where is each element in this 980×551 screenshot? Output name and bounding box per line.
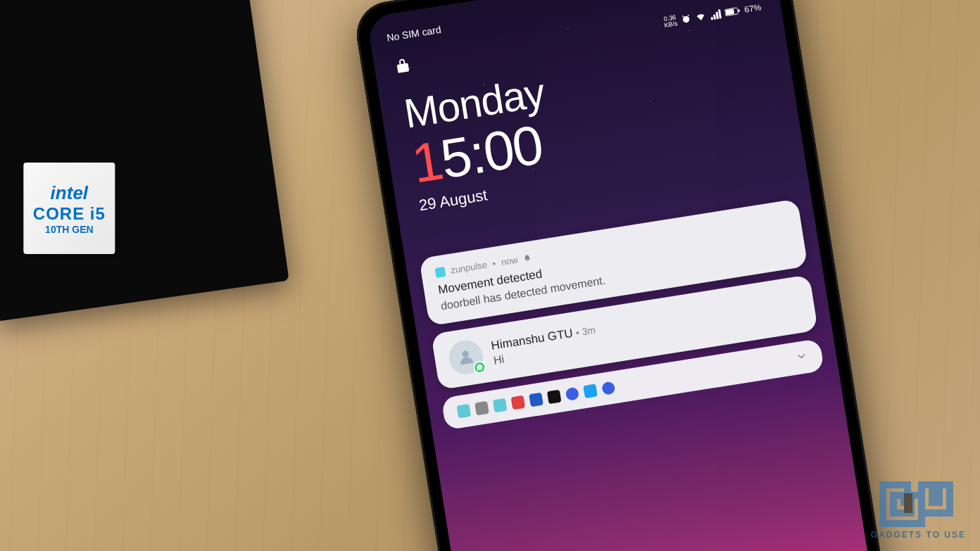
svg-rect-3 <box>739 9 740 12</box>
lock-icon <box>393 56 413 78</box>
app-icon <box>434 267 446 278</box>
avatar <box>446 338 485 376</box>
whatsapp-badge-icon <box>472 360 487 375</box>
notification-time: 3m <box>581 324 596 338</box>
sim-status-text: No SIM card <box>386 24 441 44</box>
signal-icon <box>710 9 722 20</box>
svg-rect-2 <box>725 9 734 15</box>
alarm-icon <box>680 13 691 25</box>
app-icon <box>547 390 562 405</box>
svg-point-4 <box>462 350 470 358</box>
app-icon <box>475 401 489 416</box>
app-icon <box>601 381 616 395</box>
intel-brand-label: intel <box>51 182 88 203</box>
bell-icon <box>523 253 533 263</box>
intel-cpu-label: CORE i5 <box>33 203 106 223</box>
app-icon <box>565 387 580 402</box>
lockscreen-clock: Monday 15:00 29 August <box>401 68 560 215</box>
app-icon <box>493 398 508 413</box>
watermark-logo: GADGETS TO USE <box>871 478 966 540</box>
intel-gen-label: 10TH GEN <box>45 223 93 234</box>
app-icon <box>511 395 526 410</box>
chevron-down-icon[interactable] <box>794 349 809 367</box>
black-device-box: intel CORE i5 10TH GEN <box>0 0 289 322</box>
data-speed-indicator: 0.36 KB/s <box>662 14 678 29</box>
app-icon <box>456 404 471 419</box>
app-icon <box>583 384 598 398</box>
watermark-text: GADGETS TO USE <box>871 530 966 540</box>
intel-sticker: intel CORE i5 10TH GEN <box>23 163 115 254</box>
notification-app-name: zunpulse <box>450 260 488 276</box>
battery-percent: 67% <box>743 2 762 15</box>
svg-rect-5 <box>904 493 912 513</box>
app-icon <box>529 393 544 407</box>
wifi-icon <box>694 11 707 23</box>
notification-time: now <box>501 255 519 268</box>
battery-icon <box>724 6 741 17</box>
